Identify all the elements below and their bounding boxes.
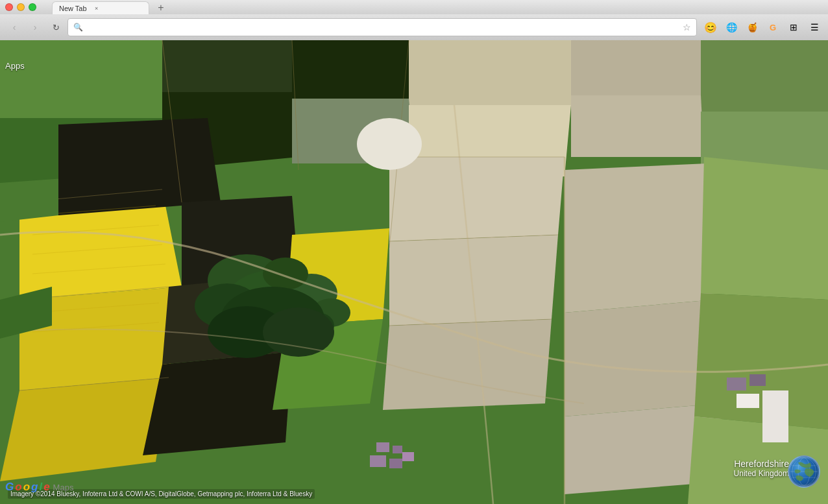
svg-rect-5 bbox=[571, 40, 701, 95]
svg-rect-3 bbox=[292, 40, 409, 99]
svg-point-35 bbox=[263, 258, 308, 290]
maximize-button[interactable] bbox=[29, 3, 36, 11]
location-info: Herefordshire United Kingdom bbox=[734, 459, 789, 478]
svg-marker-16 bbox=[58, 118, 221, 215]
bookmark-icon[interactable]: ☆ bbox=[683, 22, 691, 32]
svg-marker-19 bbox=[143, 352, 292, 455]
nav-bar: ‹ › ↻ 🔍 ☆ 😊 🌐 🍯 G ⊞ ☰ bbox=[0, 14, 828, 40]
google-letter-o2: o bbox=[23, 481, 30, 494]
location-name: Herefordshire bbox=[734, 459, 789, 469]
extensions-grid-icon[interactable]: ⊞ bbox=[785, 19, 802, 36]
back-button[interactable]: ‹ bbox=[5, 18, 23, 36]
svg-marker-29 bbox=[694, 293, 828, 429]
svg-rect-42 bbox=[393, 446, 402, 453]
honey-extension-icon[interactable]: 🍯 bbox=[744, 19, 761, 36]
maps-text: Maps bbox=[53, 483, 74, 492]
svg-marker-23 bbox=[389, 235, 558, 326]
title-bar: New Tab × + bbox=[0, 0, 828, 14]
map-canvas[interactable]: Apps G o o g l e Maps Imagery ©2014 Blue… bbox=[0, 40, 828, 504]
svg-rect-45 bbox=[402, 452, 414, 461]
grammarly-extension-icon[interactable]: G bbox=[764, 19, 781, 36]
reload-button[interactable]: ↻ bbox=[47, 18, 65, 36]
google-letter-g2: g bbox=[31, 481, 38, 494]
svg-rect-1 bbox=[0, 40, 162, 118]
globe-circle bbox=[788, 455, 820, 488]
tab-bar: New Tab × + bbox=[52, 0, 170, 14]
forward-button[interactable]: › bbox=[26, 18, 44, 36]
globe-extension-icon[interactable]: 🌐 bbox=[723, 19, 740, 36]
apps-label[interactable]: Apps bbox=[5, 61, 25, 71]
close-button[interactable] bbox=[5, 3, 13, 11]
svg-rect-6 bbox=[701, 40, 828, 112]
emoji-extension-icon[interactable]: 😊 bbox=[702, 19, 719, 36]
map-svg bbox=[0, 40, 828, 504]
google-maps-logo: G o o g l e Maps bbox=[5, 481, 73, 494]
google-letter-g: G bbox=[5, 481, 14, 494]
attribution-bar: G o o g l e Maps Imagery ©2014 Bluesky, … bbox=[0, 489, 828, 499]
svg-rect-46 bbox=[727, 378, 746, 390]
address-input[interactable] bbox=[87, 23, 679, 32]
svg-rect-44 bbox=[389, 459, 402, 468]
svg-rect-48 bbox=[737, 394, 759, 408]
minimize-button[interactable] bbox=[17, 3, 25, 11]
address-bar[interactable]: 🔍 ☆ bbox=[67, 18, 697, 36]
svg-marker-11 bbox=[571, 95, 704, 157]
svg-rect-2 bbox=[162, 40, 292, 92]
svg-marker-25 bbox=[565, 163, 714, 313]
toolbar-icons: 😊 🌐 🍯 G ⊞ ☰ bbox=[702, 19, 823, 36]
svg-rect-41 bbox=[376, 442, 389, 452]
svg-point-40 bbox=[263, 307, 334, 357]
svg-rect-4 bbox=[409, 40, 571, 105]
main-content: Apps G o o g l e Maps Imagery ©2014 Blue… bbox=[0, 40, 828, 504]
google-letter-o1: o bbox=[15, 481, 21, 494]
tab-close-button[interactable]: × bbox=[92, 4, 101, 13]
svg-marker-66 bbox=[0, 183, 58, 222]
svg-rect-47 bbox=[749, 374, 766, 386]
svg-marker-24 bbox=[383, 319, 552, 410]
svg-rect-43 bbox=[370, 455, 386, 467]
svg-rect-49 bbox=[762, 390, 788, 442]
svg-marker-28 bbox=[701, 157, 828, 300]
svg-marker-22 bbox=[389, 157, 565, 241]
location-country: United Kingdom bbox=[734, 469, 789, 478]
svg-point-59 bbox=[357, 118, 422, 170]
globe-icon[interactable] bbox=[788, 455, 820, 488]
google-letter-e: e bbox=[43, 481, 49, 494]
tab-title: New Tab bbox=[59, 5, 87, 12]
search-icon: 🔍 bbox=[73, 23, 83, 32]
globe-svg bbox=[789, 457, 819, 486]
menu-icon[interactable]: ☰ bbox=[806, 19, 823, 36]
active-tab[interactable]: New Tab × bbox=[52, 1, 149, 14]
google-letter-l: l bbox=[39, 481, 42, 494]
new-tab-button[interactable]: + bbox=[152, 1, 170, 14]
traffic-lights bbox=[5, 3, 36, 11]
